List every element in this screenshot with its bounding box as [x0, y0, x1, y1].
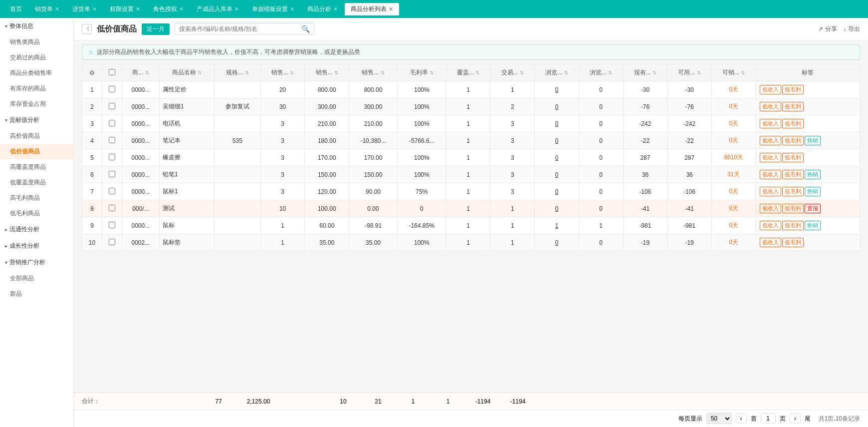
sort-icon[interactable]: ⇅ — [381, 70, 385, 75]
sidebar-item-high-margin[interactable]: 高毛利商品 — [0, 190, 73, 206]
sidebar-section-circulation[interactable]: ▸ 流通性分析 — [0, 221, 73, 238]
period-button[interactable]: 近一月 — [142, 23, 170, 35]
sort-icon[interactable]: ⇅ — [741, 70, 745, 75]
export-button[interactable]: ↓ 导出 — [843, 25, 860, 33]
sort-icon[interactable]: ⇅ — [564, 70, 568, 75]
sort-icon[interactable]: ⇅ — [198, 70, 202, 75]
row-checkbox[interactable] — [109, 239, 115, 245]
nav-item-permission[interactable]: 权限设置 ✕ — [104, 3, 146, 15]
row-checkbox[interactable] — [109, 188, 115, 194]
sidebar-section-overall[interactable]: ▾ 整体信息 — [0, 18, 73, 34]
sort-icon[interactable]: ⇅ — [334, 70, 338, 75]
row-name[interactable]: 电话机 — [160, 115, 215, 132]
row-view1[interactable]: 0 — [535, 132, 579, 149]
nav-item-product-entry[interactable]: 产成品入库单 ✕ — [191, 3, 245, 15]
sort-icon[interactable]: ⇅ — [290, 70, 294, 75]
row-view1[interactable]: 0 — [535, 183, 579, 200]
row-view1[interactable]: 0 — [535, 98, 579, 115]
sidebar-item-high-coverage[interactable]: 高覆盖度商品 — [0, 159, 73, 175]
row-name[interactable]: 笔记本 — [160, 132, 215, 149]
header-actions: ↗ 分享 ↓ 导出 — [818, 25, 860, 33]
sidebar-item-low-coverage[interactable]: 低覆盖度商品 — [0, 175, 73, 190]
sort-icon[interactable]: ⇅ — [430, 70, 434, 75]
sidebar-item-new-goods[interactable]: 新品 — [0, 286, 73, 302]
sort-icon[interactable]: ⇅ — [520, 70, 524, 75]
sidebar-item-all-goods[interactable]: 全部商品 — [0, 271, 73, 286]
nav-item-product-analysis[interactable]: 商品分析 ✕ — [301, 3, 344, 15]
footer-sale2: 2,125.00 — [238, 398, 278, 405]
sort-icon[interactable]: ⇅ — [608, 70, 612, 75]
page-number-input[interactable] — [761, 414, 776, 424]
sort-icon[interactable]: ⇅ — [145, 70, 149, 75]
chevron-down-icon: ▾ — [5, 260, 7, 265]
sort-icon[interactable]: ⇅ — [475, 70, 479, 75]
nav-item-home[interactable]: 首页 — [4, 3, 28, 15]
close-icon[interactable]: ✕ — [290, 6, 294, 12]
row-checkbox[interactable] — [109, 103, 115, 109]
row-tags: 低收入低毛利热销 — [756, 166, 860, 183]
row-view1[interactable]: 0 — [535, 200, 579, 217]
row-checkbox[interactable] — [109, 154, 115, 160]
row-checkbox[interactable] — [109, 137, 115, 143]
row-checkbox[interactable] — [109, 120, 115, 126]
sidebar-item-stock-funds[interactable]: 库存资金占用 — [0, 96, 73, 112]
sort-icon[interactable]: ⇅ — [652, 70, 656, 75]
sidebar-section-contribution[interactable]: ▾ 贡献值分析 — [0, 112, 73, 128]
nav-item-product-analysis-list[interactable]: 商品分析列表 ✕ — [345, 3, 399, 15]
nav-item-sales[interactable]: 销货单 ✕ — [29, 3, 65, 15]
sidebar-item-high-value[interactable]: 高价值商品 — [0, 128, 73, 144]
sidebar-item-low-margin[interactable]: 低毛利商品 — [0, 206, 73, 221]
row-name[interactable]: 鼠标 — [160, 217, 215, 234]
row-name[interactable]: 测试 — [160, 200, 215, 217]
row-view1[interactable]: 0 — [535, 149, 579, 166]
row-name[interactable]: 铅笔1 — [160, 166, 215, 183]
first-page-button[interactable]: ‹ — [736, 414, 747, 424]
close-icon[interactable]: ✕ — [136, 6, 140, 12]
close-icon[interactable]: ✕ — [234, 6, 239, 12]
page-size-select[interactable]: 50 100 200 — [706, 413, 732, 424]
row-checkbox[interactable] — [109, 86, 115, 92]
sidebar-item-sales-goods[interactable]: 销售类商品 — [0, 34, 73, 50]
sidebar-item-stock-goods[interactable]: 有库存的商品 — [0, 81, 73, 96]
page-size-label: 每页显示 — [678, 415, 702, 423]
sidebar-section-marketing[interactable]: ▾ 营销推广分析 — [0, 254, 73, 271]
row-name[interactable]: 鼠标1 — [160, 183, 215, 200]
sort-icon[interactable]: ⇅ — [245, 70, 249, 75]
share-button[interactable]: ↗ 分享 — [818, 25, 837, 33]
row-sellable: 31天 — [711, 166, 756, 183]
close-icon[interactable]: ✕ — [92, 6, 97, 12]
close-icon[interactable]: ✕ — [179, 6, 184, 12]
close-icon[interactable]: ✕ — [389, 6, 393, 12]
row-checkbox[interactable] — [109, 205, 115, 211]
row-view1[interactable]: 0 — [535, 166, 579, 183]
sidebar-section-growth[interactable]: ▸ 成长性分析 — [0, 238, 73, 254]
row-sellable: 0天 — [711, 200, 756, 217]
row-view1[interactable]: 0 — [535, 81, 579, 98]
row-view1[interactable]: 0 — [535, 234, 579, 251]
select-all-checkbox[interactable] — [109, 69, 115, 75]
row-checkbox[interactable] — [109, 222, 115, 228]
sidebar-item-traded-goods[interactable]: 交易过的商品 — [0, 50, 73, 65]
row-view1[interactable]: 1 — [535, 217, 579, 234]
row-name[interactable]: 橡皮擦 — [160, 149, 215, 166]
sort-icon[interactable]: ⇅ — [697, 70, 701, 75]
search-input[interactable] — [179, 25, 299, 32]
next-page-button[interactable]: › — [790, 414, 801, 424]
row-name[interactable]: 属性定价 — [160, 81, 215, 98]
row-name[interactable]: 吴细细1 — [160, 98, 215, 115]
nav-item-purchase[interactable]: 进货单 ✕ — [66, 3, 103, 15]
row-checkbox[interactable] — [109, 171, 115, 177]
close-icon[interactable]: ✕ — [55, 6, 59, 12]
search-icon[interactable]: 🔍 — [301, 25, 310, 33]
collapse-button[interactable]: 《 — [82, 24, 92, 34]
row-name[interactable]: 鼠标垫 — [160, 234, 215, 251]
row-view1[interactable]: 0 — [535, 115, 579, 132]
col-settings[interactable]: ⚙ — [82, 64, 102, 81]
nav-item-template[interactable]: 单据模板设置 ✕ — [246, 3, 300, 15]
close-icon[interactable]: ✕ — [333, 6, 338, 12]
sidebar-item-low-value[interactable]: 低价值商品 — [0, 144, 73, 159]
sidebar-item-category-rate[interactable]: 商品分类销售率 — [0, 65, 73, 81]
col-checkbox[interactable] — [102, 64, 122, 81]
nav-item-role[interactable]: 角色授权 ✕ — [147, 3, 190, 15]
tag: 低毛利 — [782, 221, 804, 230]
